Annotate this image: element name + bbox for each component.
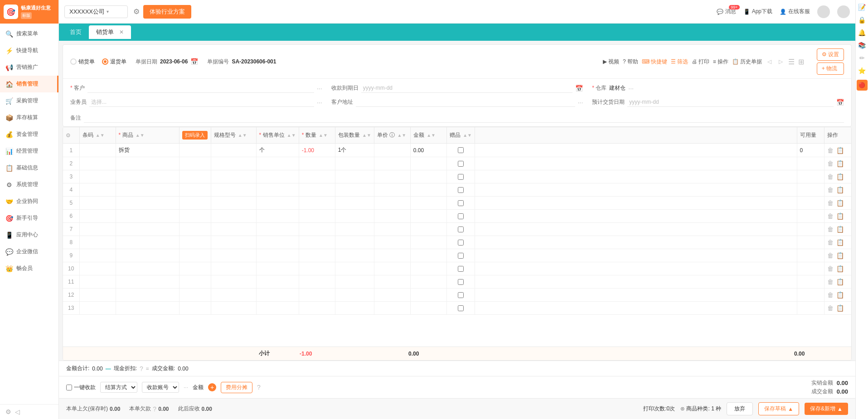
radio-sales-order[interactable]: 销货单 bbox=[70, 58, 95, 66]
cell-goods-6[interactable] bbox=[116, 210, 179, 223]
sidebar-item-operations[interactable]: 📊经营管理 bbox=[0, 143, 58, 159]
cell-barcode-11[interactable] bbox=[79, 275, 116, 289]
cell-gift-8[interactable] bbox=[446, 236, 475, 249]
cash-discount-help-icon[interactable]: ? bbox=[140, 365, 143, 372]
cell-pack-2[interactable] bbox=[335, 157, 374, 170]
cell-remark-1[interactable] bbox=[475, 144, 797, 157]
cell-unit-8[interactable] bbox=[256, 236, 299, 249]
right-panel-book-icon[interactable]: 📚 bbox=[858, 42, 866, 49]
save-draft-button[interactable]: 保存草稿 ▲ bbox=[758, 402, 799, 415]
gift-checkbox-1[interactable] bbox=[458, 147, 464, 153]
cell-pack-4[interactable] bbox=[335, 183, 374, 197]
copy-icon-13[interactable]: 📋 bbox=[836, 304, 844, 312]
cell-amount-11[interactable] bbox=[410, 275, 446, 289]
cell-goods-4[interactable] bbox=[116, 183, 179, 197]
shortcut-btn[interactable]: ⌨快捷键 bbox=[642, 58, 667, 66]
delete-icon-11[interactable]: 🗑 bbox=[827, 278, 834, 285]
cell-price-5[interactable] bbox=[374, 197, 410, 210]
gift-checkbox-4[interactable] bbox=[458, 187, 464, 193]
app-download-btn[interactable]: 📱 App下载 bbox=[743, 8, 772, 15]
cell-price-11[interactable] bbox=[374, 275, 410, 289]
cell-qty-6[interactable] bbox=[299, 210, 335, 223]
cell-remark-11[interactable] bbox=[475, 275, 797, 289]
copy-icon-4[interactable]: 📋 bbox=[836, 186, 844, 193]
cell-spec-10[interactable] bbox=[211, 262, 256, 275]
cell-pack-6[interactable] bbox=[335, 210, 374, 223]
video-btn[interactable]: ▶视频 bbox=[603, 58, 619, 66]
online-service-btn[interactable]: 👤 在线客服 bbox=[780, 8, 810, 15]
cell-unit-11[interactable] bbox=[256, 275, 299, 289]
th-scan[interactable]: 扫码录入 bbox=[179, 127, 211, 144]
expense-split-btn[interactable]: 费用分摊 bbox=[221, 382, 252, 393]
discard-button[interactable]: 放弃 bbox=[727, 402, 753, 415]
receive-calendar-icon[interactable]: 📅 bbox=[575, 85, 583, 92]
cell-goods-8[interactable] bbox=[116, 236, 179, 249]
total-due-help-icon[interactable]: ? bbox=[153, 405, 156, 413]
cell-goods-5[interactable] bbox=[116, 197, 179, 210]
cell-amount-7[interactable] bbox=[410, 223, 446, 236]
cell-spec-7[interactable] bbox=[211, 223, 256, 236]
cell-amount-10[interactable] bbox=[410, 262, 446, 275]
cell-qty-3[interactable] bbox=[299, 170, 335, 183]
history-btn[interactable]: 📋历史单据 bbox=[732, 58, 762, 66]
copy-icon-12[interactable]: 📋 bbox=[836, 291, 844, 299]
copy-icon-7[interactable]: 📋 bbox=[836, 226, 844, 233]
sidebar-item-app-center[interactable]: 📱应用中心 bbox=[0, 226, 58, 243]
cell-remark-5[interactable] bbox=[475, 197, 797, 210]
cell-remark-4[interactable] bbox=[475, 183, 797, 197]
cell-qty-9[interactable] bbox=[299, 249, 335, 262]
cell-qty-13[interactable] bbox=[299, 302, 335, 315]
sidebar-item-purchase[interactable]: 🛒采购管理 bbox=[0, 92, 58, 109]
copy-icon-10[interactable]: 📋 bbox=[836, 265, 844, 272]
gift-checkbox-6[interactable] bbox=[458, 213, 464, 219]
tab-sales-order[interactable]: 销货单 ✕ bbox=[89, 25, 131, 39]
list-view-icon[interactable]: ☰ bbox=[788, 58, 795, 66]
cell-barcode-4[interactable] bbox=[79, 183, 116, 197]
cell-amount-9[interactable] bbox=[410, 249, 446, 262]
cell-qty-2[interactable] bbox=[299, 157, 335, 170]
cell-spec-11[interactable] bbox=[211, 275, 256, 289]
cell-unit-4[interactable] bbox=[256, 183, 299, 197]
cell-barcode-7[interactable] bbox=[79, 223, 116, 236]
cell-goods-11[interactable] bbox=[116, 275, 179, 289]
cell-price-2[interactable] bbox=[374, 157, 410, 170]
gift-checkbox-7[interactable] bbox=[458, 226, 464, 232]
sidebar-item-guide[interactable]: 🎯新手引导 bbox=[0, 210, 58, 226]
cell-gift-13[interactable] bbox=[446, 302, 475, 315]
cell-spec-8[interactable] bbox=[211, 236, 256, 249]
address-dots-icon[interactable]: ··· bbox=[578, 99, 583, 106]
cell-amount-6[interactable] bbox=[410, 210, 446, 223]
cell-barcode-9[interactable] bbox=[79, 249, 116, 262]
cell-pack-7[interactable] bbox=[335, 223, 374, 236]
cell-amount-5[interactable] bbox=[410, 197, 446, 210]
cell-price-10[interactable] bbox=[374, 262, 410, 275]
cell-pack-1[interactable]: 1个 bbox=[335, 144, 374, 157]
delete-icon-10[interactable]: 🗑 bbox=[827, 265, 834, 272]
cell-amount-8[interactable] bbox=[410, 236, 446, 249]
cell-unit-12[interactable] bbox=[256, 289, 299, 302]
account-dots-icon[interactable]: ··· bbox=[184, 384, 188, 390]
cell-spec-3[interactable] bbox=[211, 170, 256, 183]
gift-checkbox-3[interactable] bbox=[458, 174, 464, 180]
sidebar-item-inventory[interactable]: 📦库存核算 bbox=[0, 109, 58, 126]
cell-pack-12[interactable] bbox=[335, 289, 374, 302]
cell-barcode-5[interactable] bbox=[79, 197, 116, 210]
gift-checkbox-5[interactable] bbox=[458, 200, 464, 206]
cell-price-4[interactable] bbox=[374, 183, 410, 197]
customer-dots-icon[interactable]: ··· bbox=[317, 85, 322, 92]
cell-amount-3[interactable] bbox=[410, 170, 446, 183]
company-selector[interactable]: XXXXXX公司 ▾ bbox=[64, 5, 128, 18]
copy-icon-3[interactable]: 📋 bbox=[836, 173, 844, 180]
delete-icon-5[interactable]: 🗑 bbox=[827, 199, 834, 207]
gift-checkbox-13[interactable] bbox=[458, 305, 464, 311]
cell-spec-13[interactable] bbox=[211, 302, 256, 315]
tab-close-icon[interactable]: ✕ bbox=[119, 29, 124, 35]
cell-remark-10[interactable] bbox=[475, 262, 797, 275]
cell-gift-12[interactable] bbox=[446, 289, 475, 302]
right-panel-star-icon[interactable]: ⭐ bbox=[858, 67, 866, 74]
delete-icon-7[interactable]: 🗑 bbox=[827, 226, 834, 233]
message-btn[interactable]: 💬 消息 99+ bbox=[717, 8, 736, 15]
cell-spec-12[interactable] bbox=[211, 289, 256, 302]
help-btn[interactable]: ?帮助 bbox=[623, 58, 638, 66]
table-settings-icon[interactable]: ⚙ bbox=[66, 132, 71, 139]
